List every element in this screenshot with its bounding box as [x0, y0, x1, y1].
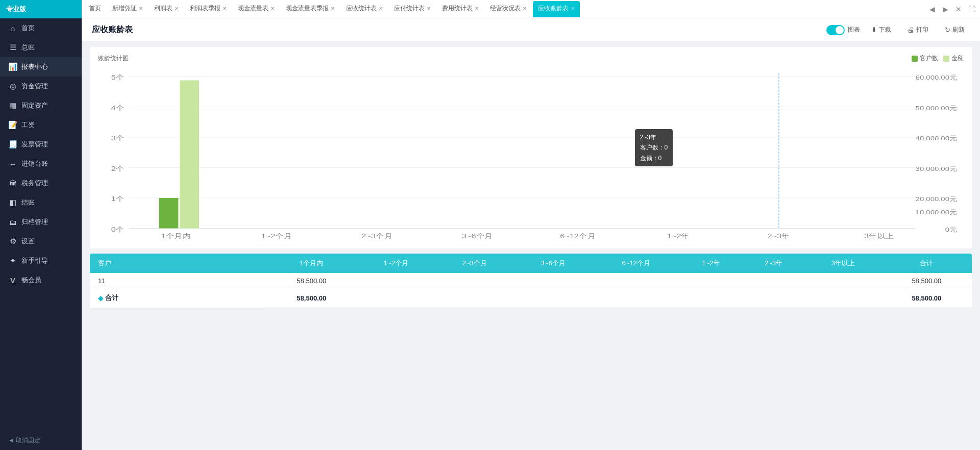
cell-m23 [435, 273, 514, 289]
tab-profit[interactable]: 利润表 ✕ [149, 1, 184, 17]
tab-voucher[interactable]: 新增凭证 ✕ [107, 1, 148, 17]
svg-text:10,000.00元: 10,000.00元 [916, 209, 957, 215]
tab-cashflow[interactable]: 现金流量表 ✕ [233, 1, 280, 17]
svg-text:1~2个月: 1~2个月 [261, 232, 292, 239]
sidebar-collapse-btn[interactable]: ◄ 取消固定 [0, 431, 82, 450]
tab-close-icon[interactable]: ✕ [223, 6, 227, 11]
tab-close-icon[interactable]: ✕ [139, 6, 143, 11]
svg-text:4个: 4个 [111, 105, 125, 112]
download-button[interactable]: ⬇ 下载 [866, 23, 896, 36]
sidebar-item-guide[interactable]: ✦ 新手引导 [0, 251, 82, 270]
col-y12: 1~2年 [680, 254, 743, 273]
svg-text:2~3个月: 2~3个月 [361, 232, 393, 239]
sidebar-item-tax[interactable]: 🏛 税务管理 [0, 173, 82, 193]
tab-close-icon[interactable]: ✕ [427, 6, 431, 11]
svg-text:6~12个月: 6~12个月 [560, 232, 596, 239]
sidebar-item-purchase[interactable]: ↔ 进销台账 [0, 154, 82, 173]
refresh-button[interactable]: ↻ 刷新 [940, 23, 970, 36]
closing-icon: ◧ [8, 198, 17, 207]
cell-y12 [680, 273, 743, 289]
tab-ap-stats[interactable]: 应付统计表 ✕ [389, 1, 436, 17]
total-label: 合计 [105, 293, 118, 303]
tab-next-btn[interactable]: ▶ [939, 3, 951, 15]
svg-text:1个月内: 1个月内 [161, 232, 191, 239]
invoice-icon: 🧾 [8, 140, 17, 149]
tab-close-icon[interactable]: ✕ [571, 6, 575, 11]
col-m1: 1个月内 [266, 254, 357, 273]
sidebar-item-label: 归档管理 [21, 217, 48, 227]
sidebar-item-label: 首页 [21, 23, 35, 33]
chart-toggle[interactable] [826, 25, 845, 35]
tab-expand-btn[interactable]: ⛶ [966, 3, 978, 15]
cell-m12 [357, 273, 435, 289]
main-area: 首页 新增凭证 ✕ 利润表 ✕ 利润表季报 ✕ 现金流量表 ✕ 现金流量表季报 … [82, 0, 980, 450]
sidebar-item-label: 固定资产 [21, 101, 48, 110]
sidebar-item-invoice[interactable]: 🧾 发票管理 [0, 135, 82, 154]
sidebar-item-ledger[interactable]: ☰ 总账 [0, 38, 82, 57]
tab-expense[interactable]: 费用统计表 ✕ [437, 1, 484, 17]
svg-text:2个: 2个 [111, 165, 125, 172]
svg-text:5个: 5个 [111, 74, 125, 81]
sidebar-item-reports[interactable]: 📊 报表中心 [0, 57, 82, 77]
legend-customers-dot [912, 56, 918, 62]
archive-icon: 🗂 [8, 218, 17, 227]
tab-profit-quarterly[interactable]: 利润表季报 ✕ [185, 1, 232, 17]
salary-icon: 📝 [8, 120, 17, 130]
ledger-icon: ☰ [8, 43, 17, 52]
sidebar-item-label: 进销台账 [21, 159, 48, 168]
tab-close-icon[interactable]: ✕ [175, 6, 179, 11]
tab-close-icon[interactable]: ✕ [475, 6, 479, 11]
sidebar-item-label: 总账 [21, 43, 35, 52]
total-m23 [435, 289, 514, 308]
sidebar-item-label: 设置 [21, 237, 35, 246]
chart-svg: 5个 4个 3个 2个 1个 0个 60,000.00元 50,000.00元 … [98, 68, 964, 241]
sidebar: 专业版 ⌂ 首页 ☰ 总账 📊 报表中心 ◎ 资金管理 ▦ 固定资产 📝 工资 … [0, 0, 82, 450]
sidebar-item-assets[interactable]: ▦ 固定资产 [0, 96, 82, 115]
sidebar-item-vip[interactable]: V 畅会员 [0, 270, 82, 290]
tab-ar-aging[interactable]: 应收账龄表 ✕ [533, 1, 580, 17]
legend-amount-label: 金额 [951, 54, 964, 63]
sidebar-item-home[interactable]: ⌂ 首页 [0, 18, 82, 38]
tab-close-icon[interactable]: ✕ [331, 6, 335, 11]
tab-operations[interactable]: 经营状况表 ✕ [485, 1, 532, 17]
sidebar-item-salary[interactable]: 📝 工资 [0, 115, 82, 135]
header-actions: 图表 ⬇ 下载 🖨 打印 ↻ 刷新 [826, 23, 970, 36]
col-m36: 3~6个月 [514, 254, 593, 273]
total-label-cell: ◈ 合计 [90, 289, 266, 307]
tab-prev-btn[interactable]: ◀ [926, 3, 938, 15]
tab-home[interactable]: 首页 [84, 1, 106, 17]
download-icon: ⬇ [871, 26, 877, 34]
settings-icon: ⚙ [8, 237, 17, 246]
print-button[interactable]: 🖨 打印 [902, 23, 934, 36]
bar-customers-1 [159, 198, 178, 229]
tax-icon: 🏛 [8, 179, 17, 188]
svg-text:0元: 0元 [945, 226, 957, 233]
sidebar-item-settings[interactable]: ⚙ 设置 [0, 232, 82, 251]
page-header: 应收账龄表 图表 ⬇ 下载 🖨 打印 ↻ 刷新 [82, 18, 980, 42]
sidebar-collapse-label: ◄ 取消固定 [8, 436, 40, 445]
total-y3plus [805, 289, 881, 308]
tab-close-icon[interactable]: ✕ [379, 6, 383, 11]
col-y3plus: 3年以上 [805, 254, 881, 273]
reports-icon: 📊 [8, 62, 17, 71]
vip-icon: V [8, 276, 17, 285]
tab-ar-stats[interactable]: 应收统计表 ✕ [341, 1, 388, 17]
cell-y3plus [805, 273, 881, 289]
tab-close-icon[interactable]: ✕ [523, 6, 527, 11]
legend-amount: 金额 [943, 54, 964, 63]
cell-y23 [742, 273, 805, 289]
ar-aging-table: 客户 1个月内 1~2个月 2~3个月 3~6个月 6~12个月 1~2年 2~… [90, 254, 972, 308]
sidebar-item-label: 资金管理 [21, 82, 48, 91]
tab-close-all-btn[interactable]: ✕ [952, 3, 965, 15]
sidebar-item-label: 报表中心 [21, 62, 48, 71]
chart-title: 账龄统计图 [98, 54, 964, 63]
sidebar-item-closing[interactable]: ◧ 结账 [0, 193, 82, 212]
bar-amount-1 [180, 80, 199, 228]
sidebar-item-archive[interactable]: 🗂 归档管理 [0, 212, 82, 232]
tab-close-icon[interactable]: ✕ [271, 6, 275, 11]
chart-area: 5个 4个 3个 2个 1个 0个 60,000.00元 50,000.00元 … [98, 68, 964, 241]
tab-cashflow-quarterly[interactable]: 现金流量表季报 ✕ [281, 1, 340, 17]
sidebar-item-funds[interactable]: ◎ 资金管理 [0, 77, 82, 96]
col-total: 合计 [881, 254, 972, 273]
funds-icon: ◎ [8, 82, 17, 91]
